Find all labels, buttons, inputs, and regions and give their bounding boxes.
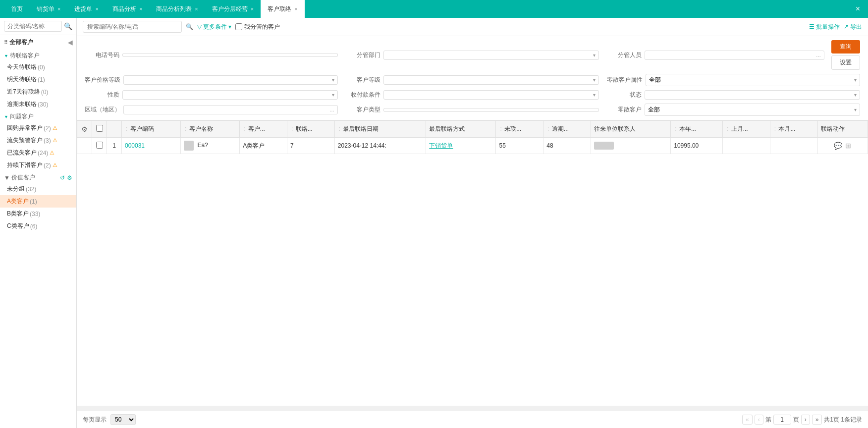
- search-icon[interactable]: 🔍: [64, 22, 72, 30]
- chevron-down-icon: ▾: [854, 92, 857, 98]
- th-check[interactable]: [92, 121, 107, 138]
- settings-icon[interactable]: ⚙: [67, 174, 72, 181]
- filter-input-customer-level[interactable]: ▾: [383, 75, 599, 85]
- close-icon[interactable]: ×: [251, 6, 254, 12]
- batch-op-button[interactable]: ☰ 批量操作: [809, 23, 840, 31]
- prev-page-button[interactable]: ‹: [755, 415, 763, 425]
- tab-customer-tier[interactable]: 客户分层经营 ×: [205, 0, 261, 18]
- filter-row-type: 客户类型: [346, 104, 599, 116]
- my-customers-check[interactable]: [235, 23, 242, 30]
- search-icon[interactable]: 🔍: [186, 23, 193, 30]
- qr-icon[interactable]: ⊞: [845, 142, 851, 150]
- filter-actions: ☰ 批量操作 ↗ 导出: [809, 23, 862, 31]
- row-checkbox[interactable]: [96, 142, 103, 149]
- close-icon[interactable]: ×: [294, 6, 297, 12]
- filter-input-payment[interactable]: ▾: [383, 90, 599, 100]
- sidebar-item-declining[interactable]: 持续下滑客户 (2) ⚠: [0, 159, 76, 171]
- filter-input-dept[interactable]: ▾: [383, 51, 599, 60]
- filter-input-type[interactable]: [383, 108, 599, 112]
- td-gear: [77, 138, 92, 154]
- sidebar-item-class-c[interactable]: C类客户 (6): [0, 220, 76, 232]
- td-overdue: 48: [543, 138, 591, 154]
- tab-product-list[interactable]: 商品分析列表 ×: [149, 0, 205, 18]
- sidebar-item-class-b[interactable]: B类客户 (33): [0, 208, 76, 220]
- all-customers-header[interactable]: ⠿ 全部客户 ◀: [0, 35, 76, 50]
- sidebar-item-7days[interactable]: 近7天待联络 (0): [0, 86, 76, 98]
- th-contact-count: : 联络...: [287, 121, 334, 138]
- sidebar-item-tomorrow[interactable]: 明天待联络 (1): [0, 73, 76, 86]
- horizontal-scrollbar[interactable]: [77, 406, 868, 411]
- th-overdue: : 逾期...: [543, 121, 591, 138]
- filter-row-customer-level: 客户等级 ▾: [346, 74, 599, 86]
- filter-input-price-level[interactable]: ▾: [123, 75, 338, 85]
- action-icons: 💬 ⊞: [821, 142, 865, 150]
- gear-icon[interactable]: ⚙: [81, 125, 88, 133]
- filter-input-person[interactable]: …: [645, 51, 824, 60]
- filter-input-sparse[interactable]: 全部 ▾: [645, 104, 860, 116]
- tab-product-analysis[interactable]: 商品分析 ×: [106, 0, 149, 18]
- my-customers-checkbox[interactable]: 我分管的客户: [235, 23, 280, 31]
- td-last-contact-date: 2023-04-12 14:44:: [334, 138, 426, 154]
- filter-input-phone[interactable]: [122, 53, 338, 57]
- tab-home[interactable]: 首页: [4, 0, 30, 18]
- td-action[interactable]: 💬 ⊞: [817, 138, 868, 154]
- page-number-input[interactable]: [773, 415, 791, 425]
- th-customer-type: : 客户...: [240, 121, 287, 138]
- sidebar-item-repurchase[interactable]: 回购异常客户 (2) ⚠: [0, 122, 76, 134]
- filter-bar: 🔍 ▽ 更多条件 ▾ 我分管的客户 ☰ 批量操作 ↗ 导出: [77, 18, 868, 36]
- last-page-button[interactable]: »: [812, 415, 822, 425]
- scroll-bar-inner: [77, 406, 868, 406]
- filter-input-sparse-attr[interactable]: 全部 ▾: [646, 74, 860, 86]
- refresh-icon[interactable]: ↺: [60, 174, 65, 181]
- filter-input-nature[interactable]: ▾: [122, 90, 338, 100]
- sidebar-item-churned[interactable]: 已流失客户 (24) ⚠: [0, 147, 76, 159]
- sidebar-item-unclassified[interactable]: 未分组 (32): [0, 183, 76, 195]
- filter-input-region[interactable]: …: [123, 105, 338, 114]
- close-icon[interactable]: ×: [95, 6, 98, 12]
- total-pages-label: 页: [793, 416, 799, 424]
- sidebar-item-class-a[interactable]: A类客户 (1): [0, 195, 76, 208]
- export-button[interactable]: ↗ 导出: [844, 23, 862, 31]
- sidebar-item-today[interactable]: 今天待联络 (0): [0, 61, 76, 73]
- filter-search-input[interactable]: [83, 21, 182, 33]
- main-layout: 🔍 ⠿ 全部客户 ◀ ▼ 待联络客户 今天待联络 (0) 明天待联络 (1) 近…: [0, 18, 868, 428]
- th-index: [107, 121, 122, 138]
- query-button[interactable]: 查询: [831, 40, 860, 54]
- collapse-icon[interactable]: ◀: [68, 39, 72, 46]
- filter-input-status[interactable]: ▾: [645, 90, 860, 100]
- filter-label-price-level: 客户价格等级: [85, 76, 120, 84]
- message-icon[interactable]: 💬: [834, 142, 842, 150]
- sidebar: 🔍 ⠿ 全部客户 ◀ ▼ 待联络客户 今天待联络 (0) 明天待联络 (1) 近…: [0, 18, 77, 428]
- next-page-button[interactable]: ›: [801, 415, 810, 425]
- td-customer-code[interactable]: 000031: [122, 138, 181, 154]
- td-check[interactable]: [92, 138, 107, 154]
- settings-button[interactable]: 设置: [831, 55, 860, 70]
- page-nav: « ‹ 第 页 › » 共1页 1条记录: [742, 415, 862, 425]
- th-this-year: : 本年...: [671, 121, 723, 138]
- filter-label-payment: 收付款条件: [346, 91, 380, 99]
- chevron-down-icon: ▾: [332, 92, 334, 98]
- close-icon[interactable]: ×: [57, 6, 60, 12]
- filter-label-region: 区域（地区）: [85, 106, 120, 114]
- th-uncontacted: : 未联...: [496, 121, 543, 138]
- close-icon[interactable]: ×: [195, 6, 198, 12]
- td-last-contact-method[interactable]: 下销货单: [426, 138, 496, 154]
- table-body: 1 000031 Ea? A类客户 7 2023-04-12 14:44: 下销…: [77, 138, 868, 154]
- close-icon[interactable]: ×: [139, 6, 142, 12]
- sidebar-item-overdue[interactable]: 逾期未联络 (30): [0, 98, 76, 110]
- tab-sales[interactable]: 销货单 ×: [30, 0, 67, 18]
- export-icon: ↗: [844, 23, 849, 30]
- chevron-down-icon: ▾: [593, 53, 596, 58]
- th-gear[interactable]: ⚙: [77, 121, 92, 138]
- close-all-button[interactable]: ×: [852, 4, 864, 13]
- select-all-checkbox[interactable]: [96, 125, 103, 132]
- tab-purchase[interactable]: 进货单 ×: [67, 0, 105, 18]
- more-filters-button[interactable]: ▽ 更多条件 ▾: [197, 23, 231, 31]
- tab-customer-contact[interactable]: 客户联络 ×: [261, 0, 304, 18]
- page-size-select[interactable]: 50 100 200: [110, 414, 136, 425]
- sidebar-item-churn-warning[interactable]: 流失预警客户 (3) ⚠: [0, 134, 76, 147]
- first-page-button[interactable]: «: [742, 415, 753, 425]
- filter-label-nature: 性质: [85, 91, 119, 99]
- sidebar-search-area: 🔍: [0, 18, 76, 35]
- sidebar-search-input[interactable]: [4, 21, 62, 32]
